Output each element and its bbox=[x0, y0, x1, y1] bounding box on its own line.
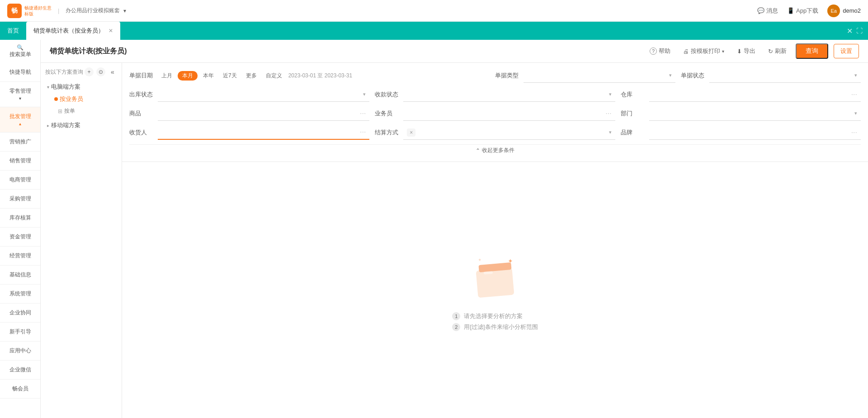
sidebar-item-appstore[interactable]: 应用中心 bbox=[0, 342, 40, 361]
receiver-control[interactable]: ··· bbox=[158, 125, 369, 140]
outbound-control[interactable]: ▾ bbox=[158, 87, 369, 102]
settings-button[interactable]: 设置 bbox=[834, 44, 859, 58]
date-range-control: 上月 本月 本年 近7天 更多 自定义 2023-03-01 至 2023-03… bbox=[158, 71, 490, 81]
export-btn[interactable]: ⬇ 导出 bbox=[733, 45, 759, 57]
date-tab-this-year[interactable]: 本年 bbox=[199, 71, 217, 81]
settlement-control[interactable]: × ▾ bbox=[403, 125, 615, 140]
sidebar-item-purchase[interactable]: 采购管理 bbox=[0, 190, 40, 209]
inventory-label: 库存核算 bbox=[4, 214, 37, 222]
logo-text: 畅捷通好生意 标版 bbox=[24, 5, 52, 17]
warehouse-label: 仓库 bbox=[621, 90, 646, 99]
wholesale-arrow: ▴ bbox=[19, 121, 21, 126]
svg-text:✦: ✦ bbox=[478, 257, 481, 262]
refresh-btn[interactable]: ↻ 刷新 bbox=[764, 45, 790, 57]
content-inner: 按以下方案查询 + ⊙ « ▾ 电脑端方案 按业务员 bbox=[41, 63, 868, 418]
refresh-icon: ↻ bbox=[768, 48, 773, 55]
scheme-header: 按以下方案查询 + ⊙ « bbox=[45, 67, 117, 76]
doc-status-control[interactable]: ▾ bbox=[709, 68, 861, 83]
filter-item-department: 部门 ▾ bbox=[621, 106, 861, 121]
message-action[interactable]: 💬 消息 bbox=[757, 7, 778, 15]
date-tab-more[interactable]: 更多 bbox=[242, 71, 260, 81]
wechat-label: 企业微信 bbox=[4, 366, 37, 374]
svg-rect-0 bbox=[476, 268, 514, 298]
app-download-action[interactable]: 📱 App下载 bbox=[787, 7, 818, 15]
salesperson-control[interactable]: ··· bbox=[403, 106, 615, 121]
goods-control[interactable]: ··· bbox=[158, 106, 369, 121]
filter-item-warehouse: 仓库 ··· bbox=[621, 87, 861, 102]
payment-control[interactable]: ▾ bbox=[403, 87, 615, 102]
hint-text-2: 用[过滤]条件来缩小分析范围 bbox=[464, 323, 538, 331]
date-tab-7days[interactable]: 近7天 bbox=[219, 71, 241, 81]
finance-label: 资金管理 bbox=[4, 233, 37, 241]
category-arrow-right-icon: ▸ bbox=[47, 123, 49, 128]
main-layout: 🔍 搜索菜单 快捷导航 零售管理 ▾ 批发管理 ▴ 营销推广 销售管理 电商管理… bbox=[0, 40, 868, 418]
collapse-btn[interactable]: ⌃ 收起更多条件 bbox=[129, 144, 861, 156]
breadcrumb-arrow[interactable]: ▾ bbox=[123, 8, 126, 14]
date-tab-custom[interactable]: 自定义 bbox=[262, 71, 286, 81]
operations-label: 经营管理 bbox=[4, 252, 37, 260]
empty-hints: 1 请先选择要分析的方案 2 用[过滤]条件来缩小分析范围 bbox=[452, 312, 538, 331]
empty-svg: ✦ ✦ bbox=[468, 249, 522, 303]
settlement-label: 结算方式 bbox=[375, 128, 400, 137]
payment-label: 收款状态 bbox=[375, 90, 400, 99]
tab-sales-stat[interactable]: 销货单统计表（按业务员） ✕ bbox=[26, 22, 120, 40]
brand-control[interactable]: ··· bbox=[649, 125, 861, 140]
help-btn[interactable]: ? 帮助 bbox=[646, 45, 674, 57]
date-tab-last-month[interactable]: 上月 bbox=[158, 71, 176, 81]
sidebar-item-system[interactable]: 系统管理 bbox=[0, 285, 40, 304]
sidebar-item-finance[interactable]: 资金管理 bbox=[0, 228, 40, 247]
window-close-icon[interactable]: ✕ bbox=[847, 27, 853, 35]
settlement-tag-close[interactable]: × bbox=[410, 129, 413, 136]
query-button[interactable]: 查询 bbox=[796, 43, 828, 59]
warehouse-control[interactable]: ··· bbox=[649, 87, 861, 102]
print-btn[interactable]: 🖨 按模板打印 ▾ bbox=[679, 45, 728, 57]
retail-arrow: ▾ bbox=[19, 96, 21, 101]
date-tab-this-month[interactable]: 本月 bbox=[178, 71, 198, 81]
scheme-category-mobile-header[interactable]: ▸ 移动端方案 bbox=[45, 119, 117, 131]
content-area: 销货单统计表(按业务员) ? 帮助 🖨 按模板打印 ▾ ⬇ 导出 ↻ 刷新 bbox=[41, 40, 868, 418]
sidebar-item-newcomer[interactable]: 新手引导 bbox=[0, 323, 40, 342]
tab-sales-stat-label: 销货单统计表（按业务员） bbox=[33, 27, 104, 35]
scheme-header-icons: + ⊙ « bbox=[85, 67, 117, 76]
scheme-collapse-icon[interactable]: « bbox=[108, 67, 117, 76]
sidebar-item-member[interactable]: 畅会员 bbox=[0, 380, 40, 399]
scheme-item-by-order[interactable]: ⊞ 按单 bbox=[45, 105, 117, 117]
scheme-item-by-salesperson[interactable]: 按业务员 bbox=[45, 93, 117, 105]
sidebar-item-operations[interactable]: 经营管理 bbox=[0, 247, 40, 266]
sidebar-item-wholesale[interactable]: 批发管理 ▴ bbox=[0, 107, 40, 133]
sidebar-item-retail[interactable]: 零售管理 ▾ bbox=[0, 82, 40, 107]
sidebar-item-wechat[interactable]: 企业微信 bbox=[0, 361, 40, 380]
sidebar-item-inventory[interactable]: 库存核算 bbox=[0, 209, 40, 228]
message-label: 消息 bbox=[766, 7, 778, 15]
tab-home[interactable]: 首页 bbox=[0, 22, 26, 40]
scheme-category-desktop-header[interactable]: ▾ 电脑端方案 bbox=[45, 81, 117, 93]
filter-area: 单据日期 上月 本月 本年 近7天 更多 自定义 20 bbox=[122, 63, 868, 162]
marketing-label: 营销推广 bbox=[4, 138, 37, 146]
sidebar-item-basic[interactable]: 基础信息 bbox=[0, 266, 40, 285]
window-maximize-icon[interactable]: ⛶ bbox=[856, 27, 863, 34]
sidebar-item-sales[interactable]: 销售管理 bbox=[0, 152, 40, 171]
app-icon: 📱 bbox=[787, 7, 794, 14]
sidebar-item-ecommerce[interactable]: 电商管理 bbox=[0, 171, 40, 190]
scheme-order-label: 按单 bbox=[64, 107, 75, 115]
export-label: 导出 bbox=[744, 47, 755, 55]
sidebar-item-search[interactable]: 🔍 搜索菜单 bbox=[0, 40, 40, 63]
doc-type-control[interactable]: ▾ bbox=[524, 68, 675, 83]
tab-close-icon[interactable]: ✕ bbox=[108, 28, 113, 34]
system-label: 系统管理 bbox=[4, 290, 37, 298]
filter-item-date: 单据日期 上月 本月 本年 近7天 更多 自定义 20 bbox=[129, 71, 490, 81]
user-area[interactable]: Ea demo2 bbox=[827, 5, 861, 17]
scheme-title: 按以下方案查询 bbox=[45, 68, 83, 76]
sidebar-item-marketing[interactable]: 营销推广 bbox=[0, 133, 40, 152]
scheme-dot-icon bbox=[54, 97, 58, 101]
sidebar-item-quicknav[interactable]: 快捷导航 bbox=[0, 63, 40, 82]
search-icon: 🔍 bbox=[4, 44, 37, 51]
sub-scheme-grid-icon: ⊞ bbox=[58, 108, 62, 114]
scheme-edit-icon[interactable]: ⊙ bbox=[96, 67, 105, 76]
sidebar-item-enterprise[interactable]: 企业协同 bbox=[0, 304, 40, 323]
top-nav-left: 畅 畅捷通好生意 标版 | 办公用品行业模拟账套 ▾ bbox=[7, 4, 126, 18]
logo-area: 畅 畅捷通好生意 标版 bbox=[7, 4, 52, 18]
print-label: 按模板打印 bbox=[691, 47, 720, 55]
scheme-add-icon[interactable]: + bbox=[85, 67, 94, 76]
department-control[interactable]: ▾ bbox=[649, 106, 861, 121]
